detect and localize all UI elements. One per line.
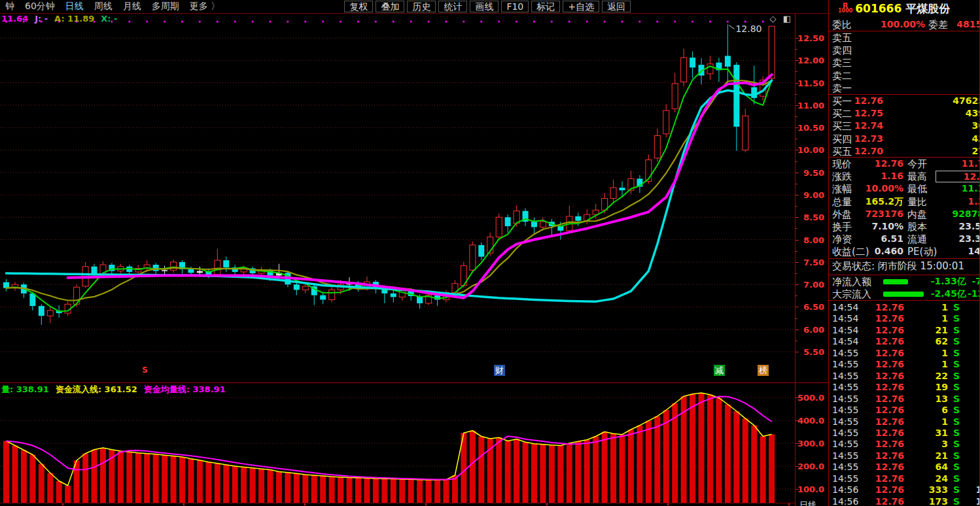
tape-row[interactable]: 14:5512.763S1 [829,438,980,450]
main-candlestick-chart[interactable]: 12.80 11.64J: -A: 11.89X: - ◇ ◧ S财减榜 [0,14,795,382]
period-tab-60分钟[interactable]: 60分钟 [25,1,55,12]
sell-level-5[interactable]: 卖五 [829,31,980,44]
tape-row[interactable]: 14:5512.7619S4 [829,381,980,394]
time-tick [183,503,184,505]
period-tab-多周期[interactable]: 多周期 [152,1,179,12]
info-value-换手: 7.10% [849,221,903,231]
period-tab-周线[interactable]: 周线 [94,1,113,12]
price-axis-label: 10.00 [797,145,824,155]
fund-axis-label: 300.0 [797,439,824,448]
tape-volume: 333 [907,484,948,495]
tape-time: 14:55 [832,428,858,438]
tape-side: S [953,473,961,484]
buy-level-4[interactable]: 买四12.7343 [829,133,980,145]
tool-button-复权[interactable]: 复权 [344,1,373,12]
tape-row[interactable]: 14:5512.7664S1 [829,461,980,473]
fund-flow-pane[interactable]: 量: 338.91资金流入线: 361.52资金均量线: 338.91 [0,383,795,503]
indicator-value: X: - [101,14,117,24]
tape-time: 14:54 [832,325,858,335]
flow-pct: -12% [968,288,980,299]
tape-row[interactable]: 14:5512.7624S2 [829,473,980,485]
period-tab-日线[interactable]: 日线 [65,1,84,12]
tape-price: 12.76 [858,484,904,495]
tool-button-叠加[interactable]: 叠加 [376,1,404,12]
tape-row[interactable]: 14:5512.7631S2 [829,427,980,439]
tape-time: 14:55 [832,394,858,404]
tool-button-F10[interactable]: F10 [501,1,529,12]
split-pane-icon[interactable]: ◧ [783,14,791,24]
tool-button-返回[interactable]: 返回 [602,1,631,12]
tool-button-+自选[interactable]: +自选 [563,1,599,12]
info-row-外盘: 外盘723176内盘928787 [829,208,980,220]
info-row-换手: 换手7.10%股本23.5亿 [829,220,980,233]
tool-button-历史[interactable]: 历史 [407,1,436,12]
tape-row[interactable]: 14:5612.76173S15 [829,496,980,506]
stock-name: 平煤股份 [905,1,950,16]
tape-row[interactable]: 14:5512.7613S2 [829,393,980,405]
diamond-icon[interactable]: ◇ [770,14,777,24]
tape-side: S [953,439,961,449]
tape-row[interactable]: 14:5512.7621S1 [829,450,980,462]
tape-row[interactable]: 14:5512.766S1 [829,404,980,416]
price-axis-label: 9.00 [797,190,824,200]
tool-button-统计[interactable]: 统计 [438,1,467,12]
tape-count: 4 [965,382,980,392]
chart-marker-榜[interactable]: 榜 [758,365,769,376]
tape-row[interactable]: 14:5412.761S1 [829,312,980,325]
tape-row[interactable]: 14:5512.761S1 [829,358,980,371]
flow-pct: -7% [968,276,980,286]
tool-button-画线[interactable]: 画线 [470,1,499,12]
info-label: 流通 [907,233,927,246]
chart-marker-减[interactable]: 减 [714,365,725,376]
period-tabs: 钟60分钟日线周线月线多周期更多 〉 [0,1,225,12]
period-menubar: 钟60分钟日线周线月线多周期更多 〉 复权叠加历史统计画线F10标记+自选返回 [0,0,828,14]
period-tab-更多 〉[interactable]: 更多 〉 [190,1,220,12]
buy-level-3[interactable]: 买三12.7436 [829,120,980,132]
price-axis-label: 10.50 [797,123,824,133]
flow-bar-icon [883,279,908,284]
price-axis-label: 11.00 [797,101,824,110]
buy-level-2[interactable]: 买二12.75439 [829,107,980,120]
chart-marker-财[interactable]: 财 [494,365,505,376]
period-tab-钟[interactable]: 钟 [5,1,14,12]
tape-row[interactable]: 14:5412.7621S1 [829,324,980,337]
period-tab-月线[interactable]: 月线 [123,1,141,12]
sell-level-4[interactable]: 卖四 [829,44,980,56]
fund-label: 量: 338.91 [1,384,49,394]
tape-price: 12.76 [858,416,904,427]
tape-count: 1 [965,462,980,472]
tape-row[interactable]: 14:5612.76333S19 [829,484,980,496]
tape-time: 14:55 [832,439,858,449]
tape-time: 14:55 [832,473,858,484]
buy-level-5[interactable]: 买五12.7027 [829,145,980,158]
tape-volume: 13 [907,394,948,404]
price-axis: 5.506.006.507.007.508.008.509.009.5010.0… [796,14,828,382]
fund-flow-svg [0,383,795,503]
tape-row[interactable]: 14:5412.7662S2 [829,335,980,348]
info-row-收益(二): 收益(二)0.460PE(动)14.2 [829,245,980,258]
tape-row[interactable]: 14:5512.761S1 [829,347,980,360]
info-value-净资: 6.51 [849,233,903,244]
fund-axis: 500.0400.0300.0200.0100.0 [796,383,828,503]
info-label: 今开 [907,158,927,171]
sell-level-3[interactable]: 卖三 [829,56,980,69]
tape-price: 12.76 [858,371,904,381]
tool-button-标记[interactable]: 标记 [531,1,560,12]
tape-time: 14:55 [832,462,858,472]
sell-level-2[interactable]: 卖二 [829,69,980,82]
sell-level-1[interactable]: 卖一 [829,82,980,94]
chart-marker-S[interactable]: S [142,365,149,376]
tape-side: S [953,496,961,506]
chart-right-border [795,14,796,506]
price-tick [796,94,797,95]
buy-level-1[interactable]: 买一12.7647625 [829,95,980,107]
tape-row[interactable]: 14:5512.761S1 [829,416,980,428]
tape-row[interactable]: 14:5512.7622S1 [829,370,980,382]
tape-count: 1 [965,359,980,369]
tape-side: S [953,405,961,415]
tape-row[interactable]: 14:5412.761S1 [829,301,980,314]
panel-left-border [828,0,829,506]
weibi-label: 委比 [832,19,852,31]
bottom-period-tab[interactable]: 日线 [799,499,816,506]
indicator-value: J: - [35,14,48,24]
